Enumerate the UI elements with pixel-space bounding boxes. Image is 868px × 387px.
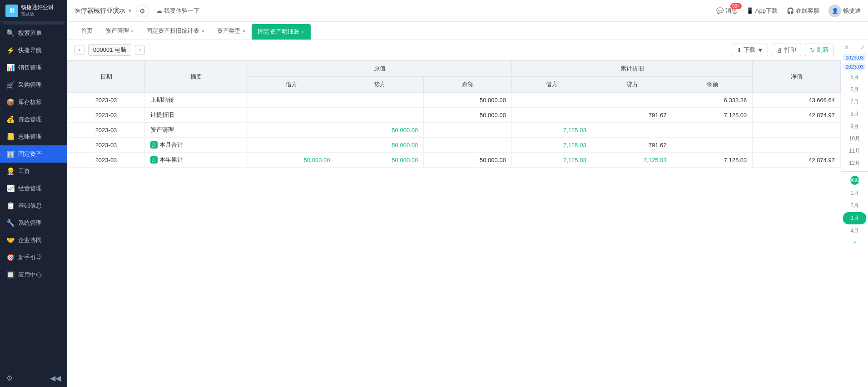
cell-yz-credit-0: [336, 93, 424, 108]
asset-code[interactable]: 000001 电脑: [88, 44, 131, 56]
online-service-button[interactable]: 🎧 在线客服: [787, 7, 819, 15]
sidebar-item-search[interactable]: 🔍 搜索菜单: [0, 25, 67, 42]
inventory-icon: 📦: [6, 98, 15, 106]
timeline-month-2[interactable]: 2月: [841, 199, 868, 212]
col-header-yz-credit: 贷方: [336, 77, 424, 93]
timeline-month-5[interactable]: 5月: [841, 71, 868, 84]
month-tag-4: 月 本年累计: [150, 156, 183, 164]
app-edition: 普及版: [21, 11, 54, 17]
cell-lj-balance-4: 7,125.03: [672, 153, 753, 168]
cell-yz-debit-4: 50,000.00: [248, 153, 336, 168]
timeline-month-9[interactable]: 9月: [841, 120, 868, 133]
asset-nav-right: ⬇ 下载 ▼ 🖨 打印 ↻ 刷新: [732, 44, 833, 56]
print-button[interactable]: 🖨 打印: [772, 44, 801, 56]
sidebar-logo: 财 畅捷通好业财 普及版: [0, 0, 67, 22]
sidebar-item-quicknav[interactable]: ⚡ 快捷导航: [0, 42, 67, 59]
sidebar-collapse-icon[interactable]: ◀◀: [50, 374, 61, 382]
tab-asset-type-close[interactable]: ×: [243, 28, 245, 34]
content-area: ‹ 000001 电脑 › ⬇ 下载 ▼ 🖨 打印: [67, 40, 868, 387]
sidebar-menu: 🔍 搜索菜单 ⚡ 快捷导航 📊 销售管理 🛒 采购管理 📦 库存核算 💰 资金管…: [0, 25, 67, 369]
cell-lj-debit-2: 7,125.03: [511, 123, 592, 138]
summary-text-4: 本年累计: [159, 156, 183, 164]
cell-summary-3: 月 本月合计: [145, 138, 248, 153]
message-button[interactable]: 💬 消息 99+: [716, 7, 737, 15]
sidebar-item-ledger[interactable]: 📒 总账管理: [0, 128, 67, 145]
sidebar-item-sales[interactable]: 📊 销售管理: [0, 59, 67, 76]
sidebar-item-apps[interactable]: 🔲 应用中心: [0, 266, 67, 283]
timeline-month-11[interactable]: 11月: [841, 145, 868, 157]
timeline-month-6[interactable]: 6月: [841, 84, 868, 96]
timeline-month-8[interactable]: 8月: [841, 108, 868, 120]
cell-yz-balance-4: 50,000.00: [424, 153, 512, 168]
sidebar-item-purchase[interactable]: 🛒 采购管理: [0, 76, 67, 94]
timeline-month-10[interactable]: 10月: [841, 133, 868, 145]
sidebar-item-enterprise[interactable]: 🤝 企业协同: [0, 232, 67, 249]
tab-depreciation[interactable]: 固定资产折旧统计表 ×: [140, 23, 210, 40]
cell-yz-debit-2: [248, 123, 336, 138]
cell-lj-balance-3: [672, 138, 753, 153]
sales-icon: 📊: [6, 64, 15, 72]
asset-prev-button[interactable]: ‹: [74, 45, 84, 55]
sidebar-item-guide[interactable]: 🎯 新手引导: [0, 249, 67, 266]
user-menu[interactable]: 👤 畅捷通: [828, 5, 861, 17]
cell-lj-credit-3: 791.67: [592, 138, 672, 153]
sidebar-item-system[interactable]: 🔧 系统管理: [0, 214, 67, 232]
tab-asset-mgmt[interactable]: 资产管理 ×: [99, 23, 140, 40]
timeline-scroll-down-icon[interactable]: ⌄: [852, 237, 858, 244]
sidebar-label-payroll: 工资: [18, 167, 30, 175]
table-row: 2023-03 资产清理 50,000.00 7,125.03: [68, 123, 841, 138]
sidebar-label-enterprise: 企业协同: [18, 236, 42, 244]
sidebar-item-basic-info[interactable]: 📋 基础信息: [0, 197, 67, 214]
cell-lj-credit-2: [592, 123, 672, 138]
cell-date-1: 2023-03: [68, 108, 145, 123]
download-button[interactable]: ⬇ 下载 ▼: [732, 44, 768, 56]
sidebar-item-funds[interactable]: 💰 资金管理: [0, 111, 67, 128]
timeline-month-4[interactable]: 4月: [841, 225, 868, 237]
main-panel: ‹ 000001 电脑 › ⬇ 下载 ▼ 🖨 打印: [67, 40, 841, 387]
tab-depreciation-close[interactable]: ×: [201, 28, 204, 34]
tab-home[interactable]: 首页: [74, 23, 99, 40]
sidebar-item-inventory[interactable]: 📦 库存核算: [0, 94, 67, 111]
col-header-accumulated: 累计折旧: [511, 61, 752, 77]
timeline-close-button[interactable]: ✕: [844, 44, 849, 51]
asset-next-button[interactable]: ›: [135, 45, 145, 55]
guide-icon: 🎯: [6, 253, 15, 262]
cell-lj-credit-1: 791.67: [592, 108, 672, 123]
tab-asset-mgmt-close[interactable]: ×: [131, 28, 134, 34]
topbar-settings-button[interactable]: ⚙: [136, 5, 149, 17]
timeline-month-12[interactable]: 12月: [841, 157, 868, 169]
topbar-right: 💬 消息 99+ 📱 App下载 🎧 在线客服 👤 畅捷通: [716, 5, 861, 17]
sidebar-bottom: ⚙ ◀◀: [0, 369, 67, 387]
timeline-expand-button[interactable]: ⤢: [860, 44, 865, 51]
sidebar-item-fixed-assets[interactable]: 🏢 固定资产: [0, 145, 67, 163]
sidebar-label-basic-info: 基础信息: [18, 202, 42, 210]
sidebar-label-operations: 经营管理: [18, 184, 42, 193]
sidebar-item-operations[interactable]: 📈 经营管理: [0, 180, 67, 197]
sidebar-label-ledger: 总账管理: [18, 133, 42, 141]
timeline-month-3[interactable]: 3月: [843, 212, 866, 224]
company-dropdown-arrow[interactable]: ▼: [127, 8, 133, 14]
settings-gear-icon[interactable]: ⚙: [6, 374, 13, 382]
cell-summary-2: 资产清理: [145, 123, 248, 138]
tab-asset-type[interactable]: 资产类型 ×: [211, 23, 252, 40]
sidebar-item-payroll[interactable]: 👷 工资: [0, 163, 67, 180]
refresh-button[interactable]: ↻ 刷新: [805, 44, 833, 56]
settings-icon: ⚙: [139, 7, 145, 15]
user-name: 畅捷通: [843, 7, 861, 15]
timeline-month-7[interactable]: 7月: [841, 96, 868, 108]
cell-yz-debit-1: [248, 108, 336, 123]
sidebar-label-funds: 资金管理: [18, 115, 42, 124]
cell-lj-debit-0: [511, 93, 592, 108]
summary-text-3: 本月合计: [159, 141, 183, 149]
tab-asset-ledger[interactable]: 固定资产明细账 ×: [252, 24, 310, 40]
experience-button[interactable]: ☁ 我要体验一下: [156, 7, 199, 15]
app-download-button[interactable]: 📱 App下载: [746, 7, 778, 15]
cell-date-4: 2023-03: [68, 153, 145, 168]
timeline-month-1[interactable]: 1月: [841, 187, 868, 199]
company-name: 医疗器械行业演示: [74, 7, 125, 15]
timeline-controls: ✕ ⤢: [841, 42, 868, 53]
timeline-year: 2023: [850, 174, 859, 187]
ledger-icon: 📒: [6, 133, 15, 141]
cell-yz-balance-2: [424, 123, 512, 138]
tab-asset-ledger-close[interactable]: ×: [301, 29, 304, 35]
